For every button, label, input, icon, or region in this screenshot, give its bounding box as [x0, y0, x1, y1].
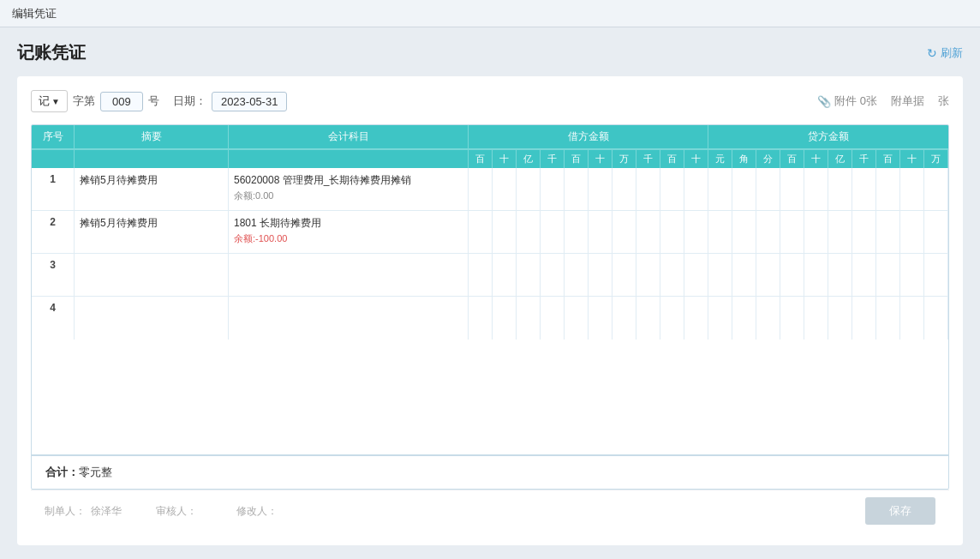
td-d4[interactable]: [565, 168, 589, 210]
td-c1[interactable]: [804, 254, 828, 296]
save-button[interactable]: 保存: [865, 497, 935, 525]
fudanju-link[interactable]: 附单据: [891, 93, 924, 109]
voucher-number-field[interactable]: 009: [100, 92, 143, 111]
td-c0[interactable]: [780, 211, 804, 253]
attachment-link[interactable]: 📎 附件 0张: [817, 93, 877, 109]
td-c0[interactable]: [780, 168, 804, 210]
td-c2[interactable]: [828, 168, 852, 210]
td-d11[interactable]: [732, 168, 756, 210]
td-d2[interactable]: [517, 168, 541, 210]
td-d1[interactable]: [493, 211, 517, 253]
td-c6[interactable]: [924, 297, 948, 340]
td-c5[interactable]: [900, 211, 924, 253]
td-summary[interactable]: [75, 297, 229, 340]
td-c3[interactable]: [852, 211, 876, 253]
td-c1[interactable]: [804, 168, 828, 210]
td-d3[interactable]: [541, 211, 565, 253]
summary-text: 摊销5月待摊费用: [80, 173, 158, 188]
td-account[interactable]: [229, 297, 469, 340]
td-summary[interactable]: [75, 254, 229, 296]
th-debit: 借方金额: [469, 125, 708, 149]
td-c5[interactable]: [900, 254, 924, 296]
td-c5[interactable]: [900, 297, 924, 340]
td-summary[interactable]: 摊销5月待摊费用: [75, 168, 229, 210]
td-d7[interactable]: [636, 168, 660, 210]
td-d5[interactable]: [589, 168, 612, 210]
td-c2[interactable]: [828, 211, 852, 253]
td-d0[interactable]: [469, 211, 493, 253]
td-d8[interactable]: [660, 211, 684, 253]
td-d9[interactable]: [684, 297, 708, 340]
td-c3[interactable]: [852, 297, 876, 340]
td-d12[interactable]: [756, 211, 780, 253]
refresh-button[interactable]: ↻ 刷新: [927, 45, 963, 61]
td-d6[interactable]: [612, 297, 636, 340]
td-d10[interactable]: [708, 168, 732, 210]
td-d10[interactable]: [708, 211, 732, 253]
td-d2[interactable]: [517, 254, 541, 296]
td-d11[interactable]: [732, 211, 756, 253]
td-c4[interactable]: [876, 254, 900, 296]
voucher-type-select[interactable]: 记 ▼: [31, 90, 68, 112]
td-d7[interactable]: [636, 211, 660, 253]
td-c3[interactable]: [852, 254, 876, 296]
td-c4[interactable]: [876, 168, 900, 210]
td-d11[interactable]: [732, 254, 756, 296]
td-d12[interactable]: [756, 168, 780, 210]
table-header: 序号 摘要 会计科目 借方金额 贷方金额: [32, 125, 948, 168]
td-c1[interactable]: [804, 211, 828, 253]
td-summary[interactable]: 摊销5月待摊费用: [75, 211, 229, 253]
td-d6[interactable]: [612, 168, 636, 210]
td-d3[interactable]: [541, 168, 565, 210]
td-d3[interactable]: [541, 297, 565, 340]
td-c1[interactable]: [804, 297, 828, 340]
td-d4[interactable]: [565, 211, 589, 253]
td-d11[interactable]: [732, 297, 756, 340]
td-c6[interactable]: [924, 254, 948, 296]
td-d1[interactable]: [493, 254, 517, 296]
td-account[interactable]: [229, 254, 469, 296]
td-d1[interactable]: [493, 168, 517, 210]
td-d9[interactable]: [684, 168, 708, 210]
td-d0[interactable]: [469, 297, 493, 340]
td-d0[interactable]: [469, 168, 493, 210]
td-d5[interactable]: [589, 297, 612, 340]
td-d10[interactable]: [708, 254, 732, 296]
td-d2[interactable]: [517, 211, 541, 253]
td-d4[interactable]: [565, 297, 589, 340]
th-char-5: 十: [589, 150, 612, 168]
td-seq: 4: [32, 297, 75, 340]
td-d7[interactable]: [636, 297, 660, 340]
td-d7[interactable]: [636, 254, 660, 296]
td-c2[interactable]: [828, 297, 852, 340]
td-account[interactable]: 56020008 管理费用_长期待摊费用摊销 余额:0.00: [229, 168, 469, 210]
td-d2[interactable]: [517, 297, 541, 340]
td-c0[interactable]: [780, 254, 804, 296]
td-d0[interactable]: [469, 254, 493, 296]
td-c5[interactable]: [900, 168, 924, 210]
td-d12[interactable]: [756, 254, 780, 296]
td-d8[interactable]: [660, 254, 684, 296]
td-c4[interactable]: [876, 211, 900, 253]
td-d6[interactable]: [612, 254, 636, 296]
td-d5[interactable]: [589, 254, 612, 296]
td-c2[interactable]: [828, 254, 852, 296]
td-c3[interactable]: [852, 168, 876, 210]
td-c0[interactable]: [780, 297, 804, 340]
td-d3[interactable]: [541, 254, 565, 296]
td-d8[interactable]: [660, 168, 684, 210]
td-c4[interactable]: [876, 297, 900, 340]
td-c6[interactable]: [924, 211, 948, 253]
td-d5[interactable]: [589, 211, 612, 253]
td-d9[interactable]: [684, 254, 708, 296]
td-account[interactable]: 1801 长期待摊费用 余额:-100.00: [229, 211, 469, 253]
td-d10[interactable]: [708, 297, 732, 340]
td-d12[interactable]: [756, 297, 780, 340]
td-d9[interactable]: [684, 211, 708, 253]
td-d4[interactable]: [565, 254, 589, 296]
td-d1[interactable]: [493, 297, 517, 340]
td-d6[interactable]: [612, 211, 636, 253]
td-c6[interactable]: [924, 168, 948, 210]
date-field[interactable]: 2023-05-31: [212, 92, 288, 111]
td-d8[interactable]: [660, 297, 684, 340]
